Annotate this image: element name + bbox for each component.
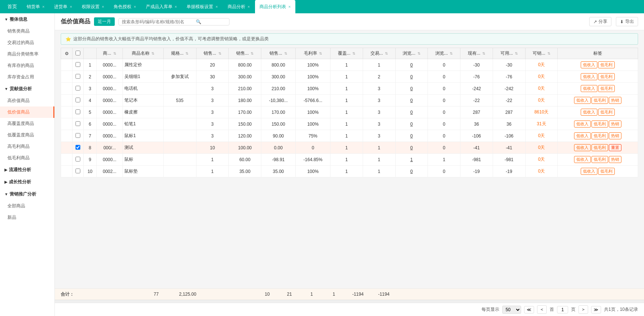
- row-checkbox[interactable]: [76, 133, 80, 138]
- sidebar-item-sales-goods[interactable]: 销售类商品: [0, 26, 54, 37]
- row-checkbox[interactable]: [76, 109, 80, 114]
- sidebar-group-growth[interactable]: ▶ 成长性分析: [0, 176, 54, 188]
- col-gross[interactable]: 毛利率 ⇅: [296, 48, 331, 59]
- browse-link[interactable]: 0: [410, 133, 413, 139]
- col-browse2[interactable]: 浏览... ⇅: [428, 48, 460, 59]
- col-sales1[interactable]: 销售... ⇅: [229, 48, 261, 59]
- row-browse1[interactable]: 0: [395, 166, 428, 177]
- row-checkbox-cell[interactable]: [73, 142, 84, 154]
- sidebar-item-low-value[interactable]: 低价值商品: [0, 106, 54, 118]
- row-checkbox[interactable]: [76, 121, 80, 126]
- nav-home[interactable]: 首页: [3, 0, 21, 13]
- sidebar-item-high-margin[interactable]: 高毛利商品: [0, 141, 54, 152]
- nav-permission[interactable]: 权限设置 ×: [77, 0, 108, 13]
- row-checkbox-cell[interactable]: [73, 130, 84, 142]
- last-page-button[interactable]: ≫: [591, 306, 601, 313]
- nav-template[interactable]: 单据模板设置 ×: [182, 0, 222, 13]
- row-checkbox-cell[interactable]: [73, 83, 84, 95]
- nav-purchase[interactable]: 进货单 ×: [50, 0, 76, 13]
- col-browse1[interactable]: 浏览... ⇅: [395, 48, 428, 59]
- row-checkbox[interactable]: [76, 74, 80, 79]
- row-checkbox[interactable]: [76, 145, 80, 150]
- row-checkbox[interactable]: [76, 86, 80, 91]
- row-checkbox-cell[interactable]: [73, 71, 84, 83]
- row-browse1[interactable]: 0: [395, 95, 428, 106]
- row-checkbox-cell[interactable]: [73, 166, 84, 177]
- row-checkbox-cell[interactable]: [73, 106, 84, 118]
- sidebar-item-stock-goods[interactable]: 有库存的商品: [0, 60, 54, 71]
- search-icon[interactable]: 🔍: [196, 19, 201, 24]
- col-code[interactable]: 商... ⇅: [96, 48, 123, 59]
- browse-link[interactable]: 0: [410, 98, 413, 103]
- first-page-button[interactable]: ≪: [524, 306, 534, 313]
- browse-link[interactable]: 0: [410, 62, 413, 68]
- col-settings[interactable]: ⚙: [61, 48, 73, 59]
- per-page-select[interactable]: 50 10 20 100: [502, 306, 521, 314]
- row-checkbox[interactable]: [76, 157, 80, 162]
- browse-link[interactable]: 0: [410, 145, 413, 150]
- nav-role[interactable]: 角色授权 ×: [109, 0, 140, 13]
- browse-link[interactable]: 0: [410, 122, 413, 127]
- row-checkbox-cell[interactable]: [73, 154, 84, 166]
- col-qty[interactable]: 销售... ⇅: [196, 48, 229, 59]
- sidebar-item-traded-goods[interactable]: 交易过的商品: [0, 37, 54, 48]
- row-checkbox-cell[interactable]: [73, 118, 84, 130]
- col-coverage[interactable]: 覆盖... ⇅: [331, 48, 363, 59]
- export-button[interactable]: ⬇ 导出: [616, 17, 638, 26]
- col-sellable[interactable]: 可销... ⇅: [525, 48, 558, 59]
- col-spec[interactable]: 规格... ⇅: [163, 48, 196, 59]
- browse-link[interactable]: 0: [410, 110, 413, 115]
- sidebar-item-stock-fund[interactable]: 库存资金占用: [0, 71, 54, 83]
- sidebar-item-category-rate[interactable]: 商品分类销售率: [0, 48, 54, 60]
- close-goods-list-icon[interactable]: ×: [288, 4, 291, 9]
- horizontal-scrollbar[interactable]: [55, 300, 644, 303]
- sidebar-item-high-coverage[interactable]: 高覆盖度商品: [0, 118, 54, 129]
- col-stock[interactable]: 现有... ⇅: [460, 48, 493, 59]
- row-checkbox-cell[interactable]: [73, 95, 84, 106]
- sidebar-group-contribution[interactable]: ▼ 贡献值分析: [0, 83, 54, 95]
- share-button[interactable]: ↗ 分享: [589, 17, 611, 26]
- nav-goods-analysis[interactable]: 商品分析 ×: [223, 0, 254, 13]
- sidebar-group-overview[interactable]: ▼ 整体信息: [0, 13, 54, 26]
- row-browse1[interactable]: 0: [395, 142, 428, 154]
- prev-page-button[interactable]: ＜: [537, 305, 547, 314]
- browse-link[interactable]: 0: [410, 86, 413, 91]
- next-page-button[interactable]: ＞: [578, 305, 588, 314]
- row-checkbox-cell[interactable]: [73, 59, 84, 71]
- sidebar-group-circulation[interactable]: ▶ 流通性分析: [0, 164, 54, 176]
- close-sales-icon[interactable]: ×: [42, 4, 44, 9]
- select-all-checkbox[interactable]: [76, 51, 80, 55]
- col-trade[interactable]: 交易... ⇅: [363, 48, 395, 59]
- row-browse1[interactable]: 1: [395, 154, 428, 166]
- row-checkbox[interactable]: [76, 169, 80, 173]
- row-checkbox[interactable]: [76, 62, 80, 67]
- page-input[interactable]: [557, 306, 568, 313]
- row-browse1[interactable]: 0: [395, 83, 428, 95]
- col-name[interactable]: 商品名称 ⇅: [123, 48, 164, 59]
- close-purchase-icon[interactable]: ×: [70, 4, 72, 9]
- row-checkbox[interactable]: [76, 98, 80, 102]
- nav-goods-list[interactable]: 商品分析列表 ×: [255, 0, 295, 13]
- col-available[interactable]: 可用... ⇅: [493, 48, 525, 59]
- close-production-icon[interactable]: ×: [175, 4, 177, 9]
- col-checkbox[interactable]: [73, 48, 84, 59]
- close-role-icon[interactable]: ×: [134, 4, 136, 9]
- sidebar-item-low-margin[interactable]: 低毛利商品: [0, 152, 54, 164]
- close-goods-analysis-icon[interactable]: ×: [248, 4, 250, 9]
- nav-sales[interactable]: 销货单 ×: [22, 0, 49, 13]
- close-template-icon[interactable]: ×: [215, 4, 218, 9]
- search-input[interactable]: [122, 19, 196, 24]
- browse-link[interactable]: 0: [410, 169, 413, 174]
- row-browse1[interactable]: 0: [395, 118, 428, 130]
- close-permission-icon[interactable]: ×: [102, 4, 104, 9]
- row-browse1[interactable]: 0: [395, 106, 428, 118]
- period-button[interactable]: 近一月: [94, 17, 115, 26]
- browse-link[interactable]: 0: [410, 74, 413, 79]
- row-browse1[interactable]: 0: [395, 71, 428, 83]
- table-container[interactable]: ⚙ 商... ⇅ 商品名称 ⇅ 规格... ⇅ 销售... ⇅ 销售... ⇅ …: [55, 48, 644, 288]
- sidebar-item-new-goods[interactable]: 新品: [0, 212, 54, 223]
- sidebar-item-low-coverage[interactable]: 低覆盖度商品: [0, 129, 54, 141]
- row-browse1[interactable]: 0: [395, 130, 428, 142]
- row-browse1[interactable]: 0: [395, 59, 428, 71]
- sidebar-item-high-value[interactable]: 高价值商品: [0, 95, 54, 106]
